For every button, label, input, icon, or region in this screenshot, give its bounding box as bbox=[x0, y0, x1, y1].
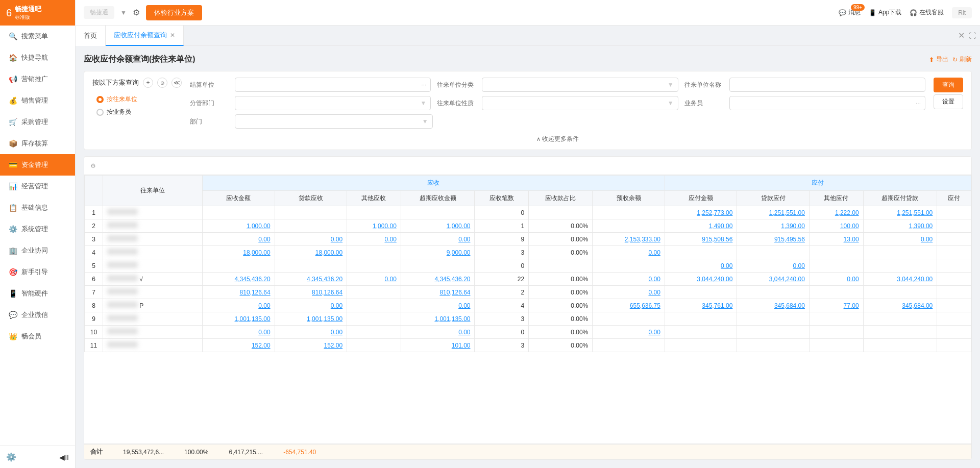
link-value[interactable]: 1,251,551.00 bbox=[897, 209, 933, 216]
link-value[interactable]: 1,000.00 bbox=[247, 223, 271, 230]
sidebar-item-corp[interactable]: 🏢 企业协同 bbox=[0, 240, 75, 261]
link-value[interactable]: 0.00 bbox=[258, 329, 270, 336]
sidebar-item-quicknav[interactable]: 🏠 快捷导航 bbox=[0, 47, 75, 68]
link-value[interactable]: 0.00 bbox=[921, 236, 933, 243]
link-value[interactable]: 4,345,436.20 bbox=[307, 276, 342, 283]
link-value[interactable]: 0.00 bbox=[458, 236, 470, 243]
scheme-by-unit[interactable]: 按往来单位 bbox=[92, 93, 182, 106]
user-info[interactable]: Rit bbox=[952, 7, 972, 18]
link-value[interactable]: 18,000.00 bbox=[243, 249, 270, 256]
link-value[interactable]: 0.00 bbox=[847, 276, 859, 283]
sidebar-item-finance[interactable]: 💳 资金管理 bbox=[0, 154, 75, 176]
unit-nature-input[interactable]: ▼ bbox=[482, 96, 678, 110]
cell-other_pay[interactable]: 100.00 bbox=[809, 219, 863, 233]
link-value[interactable]: 0.00 bbox=[458, 302, 470, 309]
filter-settings-icon[interactable]: ⊙ bbox=[157, 78, 167, 88]
link-value[interactable]: 1,252,773.00 bbox=[697, 209, 732, 216]
online-service-button[interactable]: 🎧 在线客服 bbox=[910, 8, 944, 17]
cell-loan_recv[interactable]: 18,000.00 bbox=[275, 246, 347, 259]
cell-receivable[interactable]: 0.00 bbox=[203, 326, 275, 339]
cell-prepay[interactable]: 655,636.75 bbox=[593, 299, 665, 312]
link-value[interactable]: 0.00 bbox=[721, 262, 732, 269]
cell-payable[interactable]: 0.00 bbox=[665, 259, 737, 273]
link-value[interactable]: 915,508.56 bbox=[702, 236, 732, 243]
query-button[interactable]: 查询 bbox=[934, 78, 963, 92]
cell-loan_pay[interactable]: 1,390.00 bbox=[737, 219, 810, 233]
refresh-button[interactable]: ↻ 刷新 bbox=[952, 55, 972, 64]
export-button[interactable]: ⬆ 导出 bbox=[929, 55, 948, 64]
collapse-icon[interactable]: ◀II bbox=[59, 453, 69, 461]
cell-receivable[interactable]: 18,000.00 bbox=[203, 246, 275, 259]
link-value[interactable]: 655,636.75 bbox=[630, 302, 660, 309]
cell-payable[interactable]: 915,508.56 bbox=[665, 233, 737, 246]
cell-loan_recv[interactable]: 810,126.64 bbox=[275, 286, 347, 299]
topbar-gear-icon[interactable]: ⚙ bbox=[133, 8, 140, 17]
link-value[interactable]: 0.00 bbox=[384, 236, 396, 243]
cell-other_pay[interactable]: 77.00 bbox=[809, 299, 863, 312]
link-value[interactable]: 1,000.00 bbox=[447, 223, 471, 230]
cell-prepay[interactable]: 0.00 bbox=[593, 326, 665, 339]
link-value[interactable]: 1,000.00 bbox=[373, 223, 397, 230]
sidebar-item-stock[interactable]: 📦 库存核算 bbox=[0, 133, 75, 154]
cell-loan_recv[interactable]: 0.00 bbox=[275, 299, 347, 312]
cell-prepay[interactable]: 0.00 bbox=[593, 286, 665, 299]
sidebar-item-basic[interactable]: 📋 基础信息 bbox=[0, 197, 75, 218]
link-value[interactable]: 1,390.00 bbox=[909, 223, 933, 230]
cell-overdue_recv[interactable]: 0.00 bbox=[401, 326, 475, 339]
link-value[interactable]: 915,495.56 bbox=[774, 236, 805, 243]
link-value[interactable]: 4,345,436.20 bbox=[235, 276, 271, 283]
window-close-icon[interactable]: ✕ bbox=[958, 31, 965, 40]
link-value[interactable]: 9,000.00 bbox=[447, 249, 471, 256]
cell-overdue_pay[interactable]: 1,390.00 bbox=[863, 219, 937, 233]
cell-loan_pay[interactable]: 345,684.00 bbox=[737, 299, 810, 312]
link-value[interactable]: 3,044,240.00 bbox=[769, 276, 805, 283]
cell-loan_pay[interactable]: 1,251,551.00 bbox=[737, 206, 810, 219]
tab-close-icon[interactable]: ✕ bbox=[170, 32, 175, 39]
settings-bottom-icon[interactable]: ⚙️ bbox=[6, 452, 16, 462]
cell-other_recv[interactable]: 0.00 bbox=[347, 273, 401, 286]
tab-home[interactable]: 首页 bbox=[76, 26, 106, 46]
link-value[interactable]: 0.00 bbox=[793, 262, 805, 269]
link-value[interactable]: 1,222.00 bbox=[835, 209, 859, 216]
link-value[interactable]: 345,684.00 bbox=[774, 302, 805, 309]
cell-other_pay[interactable]: 0.00 bbox=[809, 273, 863, 286]
link-value[interactable]: 0.00 bbox=[648, 329, 660, 336]
sidebar-item-purchase[interactable]: 🛒 采购管理 bbox=[0, 111, 75, 133]
cell-overdue_recv[interactable]: 810,126.64 bbox=[401, 286, 475, 299]
link-value[interactable]: 1,490.00 bbox=[709, 223, 733, 230]
sidebar-item-guide[interactable]: 🎯 新手引导 bbox=[0, 261, 75, 283]
cell-overdue_recv[interactable]: 0.00 bbox=[401, 233, 475, 246]
cell-loan_recv[interactable]: 1,001,135.00 bbox=[275, 312, 347, 326]
tab-receivable[interactable]: 应收应付余额查询 ✕ bbox=[106, 26, 184, 46]
sidebar-item-system[interactable]: ⚙️ 系统管理 bbox=[0, 218, 75, 240]
cell-other_recv[interactable]: 0.00 bbox=[347, 233, 401, 246]
link-value[interactable]: 152.00 bbox=[252, 342, 271, 349]
cell-loan_pay[interactable]: 0.00 bbox=[737, 259, 810, 273]
unit-name-input[interactable] bbox=[729, 78, 925, 92]
filter-collapse-icon[interactable]: ≪ bbox=[172, 78, 182, 88]
cell-overdue_pay[interactable]: 0.00 bbox=[863, 233, 937, 246]
cell-overdue_recv[interactable]: 0.00 bbox=[401, 299, 475, 312]
settlement-input[interactable]: ··· bbox=[235, 78, 431, 92]
app-download-button[interactable]: 📱 App下载 bbox=[869, 8, 901, 17]
cell-loan_recv[interactable]: 0.00 bbox=[275, 326, 347, 339]
cell-overdue_recv[interactable]: 101.00 bbox=[401, 339, 475, 352]
link-value[interactable]: 2,153,333.00 bbox=[625, 236, 660, 243]
cell-receivable[interactable]: 0.00 bbox=[203, 233, 275, 246]
cell-overdue_recv[interactable]: 1,000.00 bbox=[401, 219, 475, 233]
cell-payable[interactable]: 1,490.00 bbox=[665, 219, 737, 233]
cell-prepay[interactable]: 2,153,333.00 bbox=[593, 233, 665, 246]
cell-receivable[interactable]: 0.00 bbox=[203, 299, 275, 312]
cell-overdue_pay[interactable]: 1,251,551.00 bbox=[863, 206, 937, 219]
link-value[interactable]: 0.00 bbox=[331, 302, 342, 309]
link-value[interactable]: 345,761.00 bbox=[702, 302, 732, 309]
cell-loan_pay[interactable]: 3,044,240.00 bbox=[737, 273, 810, 286]
cell-receivable[interactable]: 810,126.64 bbox=[203, 286, 275, 299]
cell-receivable[interactable]: 1,000.00 bbox=[203, 219, 275, 233]
link-value[interactable]: 0.00 bbox=[458, 329, 470, 336]
sidebar-item-marketing[interactable]: 📢 营销推广 bbox=[0, 68, 75, 90]
cell-payable[interactable]: 3,044,240.00 bbox=[665, 273, 737, 286]
cell-overdue_recv[interactable]: 4,345,436.20 bbox=[401, 273, 475, 286]
table-settings-icon[interactable]: ⚙ bbox=[90, 162, 96, 169]
sidebar-item-member[interactable]: 👑 畅会员 bbox=[0, 326, 75, 347]
